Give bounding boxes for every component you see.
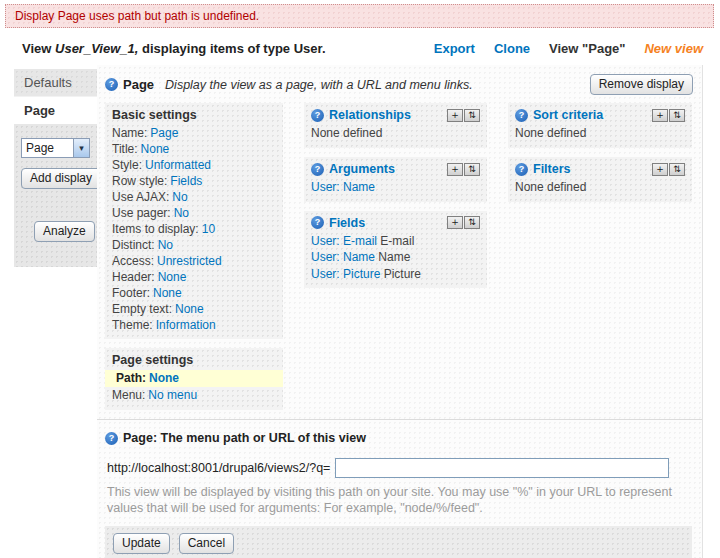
fields-title[interactable]: Fields <box>329 216 365 230</box>
argument-row: User: Name <box>311 179 480 196</box>
setting-label: Style: <box>112 158 142 172</box>
add-icon[interactable]: + <box>652 109 668 122</box>
setting-label: Header: <box>112 270 155 284</box>
setting-label: Items to display: <box>112 222 199 236</box>
setting-label: Title: <box>112 142 138 156</box>
path-input[interactable] <box>335 458 669 478</box>
help-icon[interactable]: ? <box>105 432 118 445</box>
settings-column-1: Basic settings Name:Page Title:None <box>105 103 283 410</box>
form-actions: Update Cancel <box>105 526 692 558</box>
setting-value-link[interactable]: No <box>172 190 187 204</box>
view-title: View User_View_1, displaying items of ty… <box>22 41 326 56</box>
add-icon[interactable]: + <box>652 163 668 176</box>
setting-label: Use pager: <box>112 206 171 220</box>
help-icon[interactable]: ? <box>515 163 528 176</box>
setting-row: Header:None <box>112 269 276 285</box>
path-form-description: This view will be displayed by visiting … <box>107 485 692 516</box>
view-title-suffix: displaying items of type User. <box>142 41 326 56</box>
field-link[interactable]: User: Name <box>311 250 375 264</box>
setting-row: Footer:None <box>112 285 276 301</box>
add-icon[interactable]: + <box>447 216 463 229</box>
view-name: User_View_1, <box>55 41 138 56</box>
page-settings-title: Page settings <box>112 353 193 367</box>
display-type-select-value: Page <box>22 141 54 155</box>
filters-title[interactable]: Filters <box>533 162 571 176</box>
help-icon[interactable]: ? <box>311 163 324 176</box>
field-link[interactable]: User: Picture <box>311 267 380 281</box>
setting-row: Use pager:No <box>112 205 276 221</box>
display-tab[interactable]: Page <box>14 97 97 124</box>
clone-link[interactable]: Clone <box>494 41 530 56</box>
display-settings-panel: ? Page Display the view as a page, with … <box>97 65 703 558</box>
argument-link[interactable]: User: Name <box>311 180 375 194</box>
setting-row: Theme:Information <box>112 317 276 333</box>
setting-value-link[interactable]: None <box>141 142 170 156</box>
new-view-link[interactable]: New view <box>644 41 703 56</box>
display-type-select[interactable]: Page ▾ <box>21 138 90 158</box>
display-header: ? Page Display the view as a page, with … <box>97 65 702 100</box>
help-icon[interactable]: ? <box>311 216 324 229</box>
display-title: Page <box>123 77 154 92</box>
setting-value-link[interactable]: Unformatted <box>145 158 211 172</box>
path-form-title: Page: The menu path or URL of this view <box>123 431 366 445</box>
settings-column-3: ? Sort criteria + ⇅ None defined ? Filte… <box>508 103 692 202</box>
relationships-empty: None defined <box>311 125 480 142</box>
setting-row: Title:None <box>112 141 276 157</box>
setting-value-link[interactable]: None <box>158 270 187 284</box>
setting-value-link[interactable]: No menu <box>148 388 197 402</box>
setting-value-link[interactable]: Information <box>156 318 216 332</box>
setting-value-link[interactable]: None <box>153 286 182 300</box>
sort-criteria-title[interactable]: Sort criteria <box>533 108 603 122</box>
setting-value-link[interactable]: None <box>175 302 204 316</box>
add-icon[interactable]: + <box>447 163 463 176</box>
fields-box: ? Fields + ⇅ User: E-mail E-mail <box>304 211 487 289</box>
field-row: User: E-mail E-mail <box>311 233 480 250</box>
rearrange-icon[interactable]: ⇅ <box>464 216 480 229</box>
filters-box: ? Filters + ⇅ None defined <box>508 157 692 202</box>
setting-value-link[interactable]: Page <box>150 126 178 140</box>
view-header: View User_View_1, displaying items of ty… <box>0 28 720 65</box>
view-page-link[interactable]: View "Page" <box>549 41 625 56</box>
rearrange-icon[interactable]: ⇅ <box>669 163 685 176</box>
analyze-button[interactable]: Analyze <box>34 221 95 242</box>
basic-settings-box: Basic settings Name:Page Title:None <box>105 103 283 339</box>
add-icon[interactable]: + <box>447 109 463 122</box>
rearrange-icon[interactable]: ⇅ <box>464 109 480 122</box>
setting-label: Menu: <box>112 388 145 402</box>
setting-value-link[interactable]: 10 <box>202 222 215 236</box>
setting-value-link[interactable]: Fields <box>170 174 202 188</box>
rearrange-icon[interactable]: ⇅ <box>464 163 480 176</box>
setting-label: Row style: <box>112 174 167 188</box>
setting-label: Path: <box>116 371 146 385</box>
field-link[interactable]: User: E-mail <box>311 234 377 248</box>
setting-label: Use AJAX: <box>112 190 169 204</box>
help-icon[interactable]: ? <box>515 109 528 122</box>
help-icon[interactable]: ? <box>311 109 324 122</box>
display-tab[interactable]: Defaults <box>14 69 97 97</box>
setting-row: Items to display:10 <box>112 221 276 237</box>
setting-row: Style:Unformatted <box>112 157 276 173</box>
field-row: User: Name Name <box>311 249 480 266</box>
setting-label: Access: <box>112 254 154 268</box>
arguments-title[interactable]: Arguments <box>329 162 395 176</box>
setting-label: Name: <box>112 126 147 140</box>
relationships-box: ? Relationships + ⇅ None defined <box>304 103 487 148</box>
setting-label: Distinct: <box>112 238 155 252</box>
setting-value-link[interactable]: No <box>158 238 173 252</box>
rearrange-icon[interactable]: ⇅ <box>669 109 685 122</box>
setting-value-link[interactable]: No <box>174 206 189 220</box>
display-tabs-column: Defaults Page Page ▾ Add display Analyze <box>14 65 97 267</box>
add-display-button[interactable]: Add display <box>21 168 101 189</box>
setting-value-link[interactable]: None <box>149 371 179 385</box>
help-icon[interactable]: ? <box>105 78 118 91</box>
export-link[interactable]: Export <box>434 41 475 56</box>
setting-value-link[interactable]: Unrestricted <box>157 254 222 268</box>
path-form: ? Page: The menu path or URL of this vie… <box>97 419 702 558</box>
setting-row: Path:None <box>105 370 283 387</box>
settings-column-2: ? Relationships + ⇅ None defined ? Argum… <box>304 103 487 288</box>
cancel-button[interactable]: Cancel <box>179 533 234 554</box>
field-row: User: Picture Picture <box>311 266 480 283</box>
remove-display-button[interactable]: Remove display <box>590 74 693 95</box>
relationships-title[interactable]: Relationships <box>329 108 411 122</box>
update-button[interactable]: Update <box>113 533 170 554</box>
